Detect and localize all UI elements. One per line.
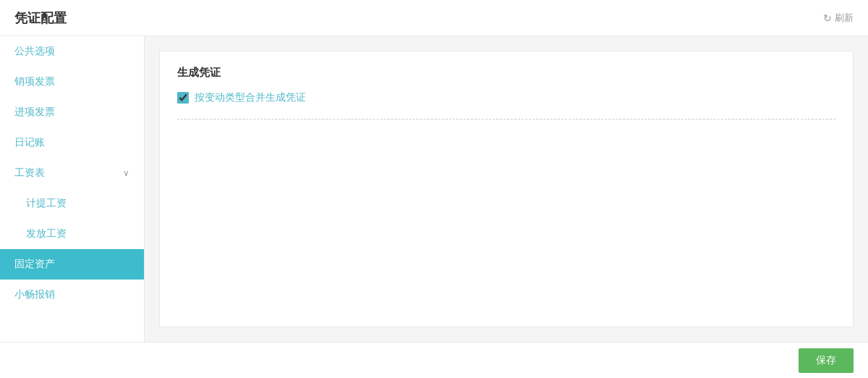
refresh-icon: ↻: [823, 12, 832, 24]
sidebar-item-journal[interactable]: 日记账: [0, 127, 144, 158]
sidebar: 公共选项销项发票进项发票日记账工资表∨计提工资发放工资固定资产小畅报销: [0, 36, 145, 342]
checkbox-row: 按变动类型合并生成凭证: [177, 91, 835, 104]
sidebar-item-label: 销项发票: [14, 75, 55, 88]
sidebar-item-sales-invoice[interactable]: 销项发票: [0, 67, 144, 97]
sidebar-item-label: 计提工资: [26, 197, 67, 210]
sidebar-item-fixed-assets[interactable]: 固定资产: [0, 249, 144, 280]
sidebar-item-purchase-invoice[interactable]: 进项发票: [0, 97, 144, 127]
refresh-label: 刷新: [835, 12, 854, 25]
sidebar-item-public-options[interactable]: 公共选项: [0, 36, 144, 67]
page-title: 凭证配置: [14, 9, 67, 27]
sidebar-item-label: 日记账: [14, 136, 45, 149]
section-divider: [177, 119, 835, 119]
sidebar-item-label: 工资表: [14, 167, 45, 180]
sidebar-item-expense-report[interactable]: 小畅报销: [0, 280, 144, 310]
sidebar-item-label: 小畅报销: [14, 288, 55, 301]
checkbox-label[interactable]: 按变动类型合并生成凭证: [195, 91, 306, 104]
refresh-button[interactable]: ↻ 刷新: [823, 12, 854, 25]
sidebar-item-payroll-disburse[interactable]: 发放工资: [0, 219, 144, 249]
merge-checkbox[interactable]: [177, 92, 189, 104]
sidebar-item-label: 进项发票: [14, 106, 55, 119]
sidebar-item-label: 公共选项: [14, 45, 55, 58]
section-title: 生成凭证: [177, 66, 835, 80]
sidebar-item-payroll[interactable]: 工资表∨: [0, 158, 144, 188]
sidebar-item-label: 发放工资: [26, 227, 67, 240]
content-panel: 生成凭证 按变动类型合并生成凭证: [159, 51, 854, 327]
main-layout: 公共选项销项发票进项发票日记账工资表∨计提工资发放工资固定资产小畅报销 生成凭证…: [0, 36, 868, 342]
page-footer: 保存: [0, 342, 868, 378]
save-button[interactable]: 保存: [799, 348, 854, 373]
page-header: 凭证配置 ↻ 刷新: [0, 0, 868, 36]
sidebar-item-label: 固定资产: [14, 258, 55, 271]
sidebar-item-payroll-accrual[interactable]: 计提工资: [0, 188, 144, 219]
content-area: 生成凭证 按变动类型合并生成凭证: [145, 36, 868, 342]
chevron-down-icon: ∨: [123, 168, 129, 178]
